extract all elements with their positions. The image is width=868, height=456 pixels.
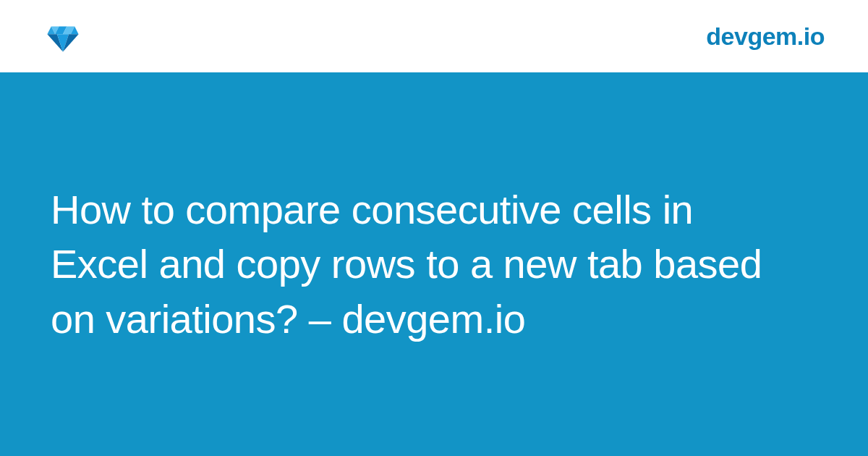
header: devgem.io — [0, 0, 868, 72]
brand-name: devgem.io — [706, 22, 825, 51]
hero-section: How to compare consecutive cells in Exce… — [0, 72, 868, 456]
page-title: How to compare consecutive cells in Exce… — [51, 182, 774, 347]
gem-icon — [43, 17, 82, 56]
